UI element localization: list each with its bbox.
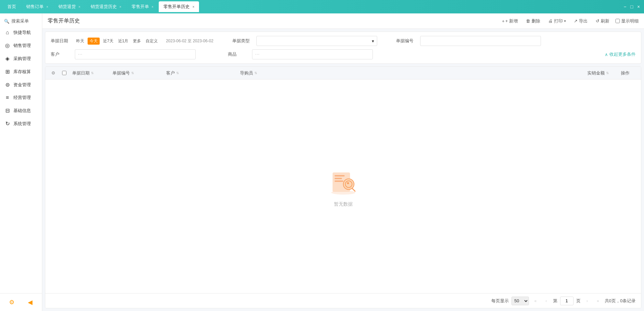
page-size-select[interactable]: 10 20 50 100	[511, 297, 529, 305]
sidebar-item-operations[interactable]: ≡ 经营管理	[0, 91, 42, 104]
column-settings-button[interactable]: ⚙	[48, 70, 59, 75]
purchase-icon: ◈	[4, 55, 11, 62]
doc-num-label: 单据编号	[396, 38, 415, 44]
tab-retail-open[interactable]: 零售开单 ×	[127, 1, 158, 12]
svg-point-8	[347, 182, 349, 184]
settings-button[interactable]: ⚙	[6, 297, 17, 308]
yesterday-btn[interactable]: 昨天	[75, 38, 86, 45]
sidebar-item-finance[interactable]: ⊜ 资金管理	[0, 78, 42, 91]
goods-ellipsis: ···	[255, 51, 259, 57]
close-tab-retail-history[interactable]: ×	[192, 5, 194, 9]
show-detail-input[interactable]	[615, 19, 620, 23]
tab-sales-return-history[interactable]: 销货退货历史 ×	[86, 1, 126, 12]
num-sort-icon[interactable]: ⇅	[131, 71, 134, 75]
maximize-button[interactable]: □	[630, 4, 633, 9]
per-page-label: 每页显示	[491, 298, 509, 304]
sidebar-item-sales-mgmt[interactable]: ◎ 销售管理	[0, 39, 42, 52]
tab-retail-history[interactable]: 零售开单历史 ×	[159, 1, 199, 12]
select-all-input[interactable]	[62, 71, 66, 75]
sidebar-item-system[interactable]: ↻ 系统管理	[0, 117, 42, 130]
close-window-button[interactable]: ×	[637, 4, 640, 9]
custom-btn[interactable]: 自定义	[144, 38, 159, 45]
close-tab-sales-order[interactable]: ×	[46, 5, 48, 9]
print-icon: 🖨	[548, 18, 553, 23]
col-date-header[interactable]: 单据日期 ⇅	[69, 70, 110, 76]
finance-icon: ⊜	[4, 82, 11, 88]
sidebar-item-basic-info[interactable]: ⊟ 基础信息	[0, 104, 42, 117]
empty-state: 暂无数据	[45, 80, 641, 293]
page-header: 零售开单历史 ＋ + 新增 🗑 删除 🖨 打印 ▾ ↗ 导出	[42, 13, 644, 29]
page-number-input[interactable]	[560, 297, 574, 305]
customer-sort-icon[interactable]: ⇅	[176, 71, 179, 75]
minimize-button[interactable]: −	[624, 4, 626, 9]
refresh-icon: ↺	[596, 18, 599, 23]
goods-select[interactable]: ···	[252, 49, 373, 59]
date-options: 昨天 今天 近7天 近1月 更多 自定义	[75, 38, 159, 45]
last-page-button[interactable]: »	[594, 297, 602, 305]
close-tab-retail-open[interactable]: ×	[152, 5, 154, 9]
delete-icon: 🗑	[526, 18, 530, 23]
guide-sort-icon[interactable]: ⇅	[254, 71, 257, 75]
filter-row-1: 单据日期 昨天 今天 近7天 近1月 更多 自定义 2023-06-02 至 2…	[51, 36, 636, 46]
empty-illustration	[327, 166, 360, 196]
next-page-button[interactable]: ›	[583, 297, 591, 305]
basic-info-icon: ⊟	[4, 107, 11, 114]
close-tab-sales-return[interactable]: ×	[79, 5, 81, 9]
col-customer-header[interactable]: 客户 ⇅	[163, 70, 237, 76]
col-action-header: 操作	[618, 70, 638, 76]
prev-page-button[interactable]: ‹	[542, 297, 550, 305]
today-btn[interactable]: 今天	[88, 38, 100, 45]
settings-icon: ⚙	[9, 299, 14, 306]
filter-area: 单据日期 昨天 今天 近7天 近1月 更多 自定义 2023-06-02 至 2…	[45, 32, 641, 64]
tab-home[interactable]: 首页	[3, 1, 21, 12]
col-guide-header[interactable]: 导购员 ⇅	[237, 70, 278, 76]
select-all-checkbox[interactable]	[59, 71, 69, 75]
show-detail-checkbox[interactable]: 显示明细	[615, 18, 639, 24]
sidebar: 🔍 搜索采单 ⌂ 快捷导航 ◎ 销售管理 ◈ 采购管理 ⊞ 库存核算 ⊜ 资金管…	[0, 13, 42, 311]
collapse-filter-button[interactable]: ∧ 收起更多条件	[605, 51, 636, 57]
amount-sort-icon[interactable]: ⇅	[606, 71, 609, 75]
pagination: 每页显示 10 20 50 100 « ‹ 第 页 ›	[45, 293, 641, 308]
customer-select[interactable]: ···	[75, 49, 196, 59]
filter-row-2: 客户 ··· 商品 ··· ∧ 收起更多条件	[51, 49, 636, 59]
goods-label: 商品	[228, 51, 247, 57]
print-dropdown-icon[interactable]: ▾	[564, 19, 566, 23]
empty-text: 暂无数据	[334, 201, 353, 207]
close-tab-sales-return-history[interactable]: ×	[119, 5, 121, 9]
doc-type-select[interactable]: ▾	[256, 36, 377, 46]
system-icon: ↻	[4, 120, 11, 127]
table-header: ⚙ 单据日期 ⇅ 单据编号 ⇅ 客户 ⇅ 导购员	[45, 67, 641, 80]
print-button[interactable]: 🖨 打印 ▾	[546, 17, 568, 25]
last7-btn[interactable]: 近7天	[102, 38, 115, 45]
sidebar-item-inventory[interactable]: ⊞ 库存核算	[0, 65, 42, 78]
svg-line-7	[352, 188, 355, 191]
sidebar-search[interactable]: 🔍 搜索采单	[0, 16, 42, 26]
col-num-header[interactable]: 单据编号 ⇅	[110, 70, 163, 76]
collapse-sidebar-button[interactable]: ◀	[25, 297, 36, 308]
more-btn[interactable]: 更多	[132, 38, 142, 45]
tab-sales-order[interactable]: 销售订单 ×	[21, 1, 53, 12]
col-amount-header[interactable]: 实销金额 ⇅	[585, 70, 618, 76]
column-settings-icon: ⚙	[51, 70, 55, 75]
tab-sales-return[interactable]: 销货退货 ×	[54, 1, 85, 12]
date-filter-label: 单据日期	[51, 38, 69, 44]
top-bar: 首页 销售订单 × 销货退货 × 销货退货历史 × 零售开单 × 零售开单历史 …	[0, 0, 644, 13]
date-sort-icon[interactable]: ⇅	[91, 71, 94, 75]
svg-rect-3	[335, 178, 342, 179]
add-button[interactable]: ＋ + 新增	[499, 17, 520, 25]
delete-button[interactable]: 🗑 删除	[524, 17, 542, 25]
sidebar-item-quick-nav[interactable]: ⌂ 快捷导航	[0, 26, 42, 39]
doc-num-input[interactable]	[420, 36, 541, 46]
last-month-btn[interactable]: 近1月	[117, 38, 130, 45]
refresh-button[interactable]: ↺ 刷新	[594, 17, 611, 25]
add-icon: ＋	[501, 18, 505, 24]
date-range-display: 2023-06-02 至 2023-06-02	[166, 38, 213, 44]
operations-icon: ≡	[4, 95, 11, 101]
content-area: 零售开单历史 ＋ + 新增 🗑 删除 🖨 打印 ▾ ↗ 导出	[42, 13, 644, 311]
total-info: 共0页，0条记录	[605, 298, 636, 304]
export-icon: ↗	[574, 18, 578, 23]
first-page-button[interactable]: «	[532, 297, 540, 305]
page-title: 零售开单历史	[48, 17, 80, 24]
export-button[interactable]: ↗ 导出	[572, 17, 590, 25]
sidebar-item-purchase-mgmt[interactable]: ◈ 采购管理	[0, 52, 42, 65]
